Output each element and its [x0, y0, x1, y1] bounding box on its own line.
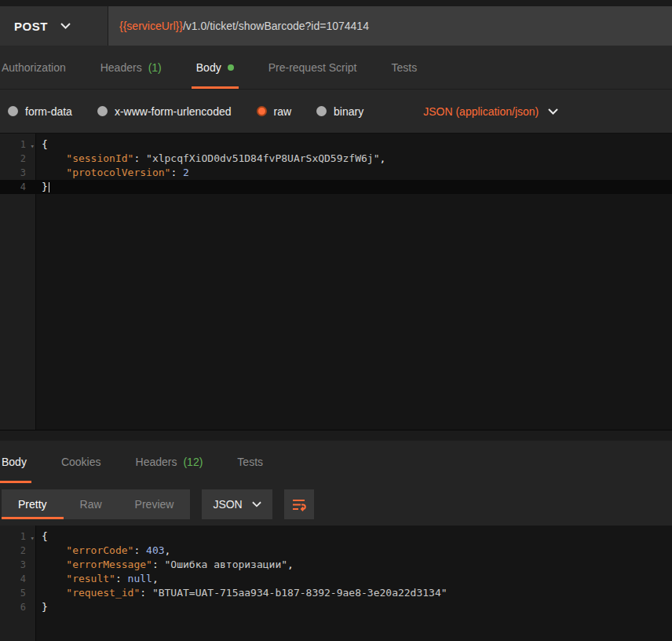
- request-code-lines: 1▾{2 "sessionId": "xlpcqfXiOD0dv51D84fvP…: [0, 134, 672, 194]
- response-code-lines: 1▾{2 "errorCode": 403,3 "errorMessage": …: [0, 526, 672, 614]
- view-preview[interactable]: Preview: [119, 489, 191, 519]
- line-number: 6: [0, 600, 36, 614]
- headers-count-badge: (1): [148, 61, 162, 74]
- body-mode-bar: form-data x-www-form-urlencoded raw bina…: [0, 90, 672, 134]
- view-label: Preview: [135, 498, 174, 511]
- line-number: 3: [0, 166, 36, 180]
- code-line: 3 "protocolVersion": 2: [0, 166, 672, 180]
- code-text: {: [36, 137, 48, 152]
- tab-label: Authorization: [2, 61, 66, 74]
- mode-raw[interactable]: raw: [257, 105, 292, 118]
- tab-tests[interactable]: Tests: [392, 46, 418, 89]
- code-line: 6}: [0, 600, 672, 614]
- response-body-viewer: 1▾{2 "errorCode": 403,3 "errorMessage": …: [0, 526, 672, 641]
- method-dropdown[interactable]: POST: [0, 6, 108, 46]
- active-tab-underline: [192, 86, 239, 89]
- code-text: "sessionId": "xlpcqfXiOD0dv51D84fvP8UArS…: [36, 152, 385, 166]
- radio-selected-icon: [257, 106, 267, 116]
- response-tab-headers[interactable]: Headers (12): [136, 441, 203, 483]
- tab-headers[interactable]: Headers (1): [100, 46, 162, 89]
- code-line: 5 "request_id": "BTUAT=UAT-715aa934-b187…: [0, 586, 672, 600]
- code-text: "request_id": "BTUAT=UAT-715aa934-b187-8…: [36, 586, 447, 600]
- line-number: 1▾: [0, 137, 36, 152]
- chevron-down-icon: [60, 23, 71, 29]
- line-number: 1▾: [0, 529, 36, 544]
- code-text: "errorMessage": "Ошибка авторизации",: [36, 558, 294, 572]
- view-label: Pretty: [18, 498, 47, 511]
- response-tab-cookies[interactable]: Cookies: [61, 441, 101, 483]
- code-text: "result": null,: [36, 572, 159, 586]
- active-view-underline: [2, 517, 64, 519]
- radio-icon: [97, 106, 108, 116]
- code-line: 3 "errorMessage": "Ошибка авторизации",: [0, 558, 672, 572]
- mode-label: x-www-form-urlencoded: [115, 105, 232, 118]
- line-number: 5: [0, 586, 36, 600]
- code-text: {: [36, 529, 48, 544]
- request-url-bar: POST {{serviceUrl}}/v1.0/ticket/showBarc…: [0, 6, 672, 46]
- format-label: JSON: [213, 498, 242, 511]
- mode-binary[interactable]: binary: [316, 105, 363, 118]
- tab-label: Body: [196, 61, 221, 74]
- postman-app: POST {{serviceUrl}}/v1.0/ticket/showBarc…: [0, 0, 672, 641]
- code-line: 1▾{: [0, 137, 672, 152]
- tab-label: Tests: [237, 456, 263, 468]
- mode-form-data[interactable]: form-data: [8, 105, 72, 118]
- view-raw[interactable]: Raw: [64, 489, 119, 519]
- wrap-text-button[interactable]: [284, 489, 314, 519]
- response-toolbar: Pretty Raw Preview JSON: [0, 483, 672, 526]
- body-filled-dot-icon: [228, 64, 234, 71]
- url-variable: {{serviceUrl}}: [119, 20, 183, 32]
- active-tab-underline: [0, 481, 31, 483]
- line-number: 2: [0, 152, 36, 166]
- text-cursor: [49, 182, 49, 192]
- tab-label: Tests: [392, 61, 418, 74]
- headers-count-badge: (12): [183, 456, 203, 468]
- response-tab-tests[interactable]: Tests: [237, 441, 263, 483]
- view-label: Raw: [80, 498, 102, 511]
- tab-label: Body: [2, 456, 27, 468]
- tab-label: Headers: [136, 456, 177, 468]
- line-number: 4: [0, 572, 36, 586]
- pane-splitter[interactable]: [0, 430, 672, 441]
- tab-pre-request-script[interactable]: Pre-request Script: [268, 46, 357, 89]
- url-path: /v1.0/ticket/showBarcode?id=1074414: [183, 20, 369, 32]
- view-pretty[interactable]: Pretty: [2, 489, 64, 519]
- mode-x-www-form-urlencoded[interactable]: x-www-form-urlencoded: [97, 105, 232, 118]
- code-line: 2 "errorCode": 403,: [0, 544, 672, 558]
- wrap-text-icon: [291, 498, 307, 511]
- mode-label: raw: [274, 105, 292, 118]
- request-tabs: Authorization Headers (1) Body Pre-reque…: [0, 46, 672, 90]
- mode-label: binary: [334, 105, 363, 118]
- method-label: POST: [14, 20, 48, 33]
- top-gap: [0, 0, 672, 6]
- code-line: 4}: [0, 180, 672, 194]
- radio-icon: [8, 106, 18, 116]
- chevron-down-icon: [252, 501, 261, 507]
- tab-label: Pre-request Script: [268, 61, 357, 74]
- view-mode-switch: Pretty Raw Preview: [2, 489, 190, 519]
- line-number: 3: [0, 558, 36, 572]
- radio-icon: [316, 106, 327, 116]
- response-tab-body[interactable]: Body: [2, 441, 27, 483]
- code-text: "protocolVersion": 2: [36, 166, 189, 180]
- tab-body[interactable]: Body: [196, 46, 234, 89]
- request-body-editor[interactable]: 1▾{2 "sessionId": "xlpcqfXiOD0dv51D84fvP…: [0, 134, 672, 430]
- code-line: 1▾{: [0, 529, 672, 544]
- chevron-down-icon: [548, 108, 558, 115]
- content-type-dropdown[interactable]: JSON (application/json): [423, 105, 558, 118]
- code-line: 4 "result": null,: [0, 572, 672, 586]
- tab-label: Headers: [100, 61, 142, 74]
- response-format-dropdown[interactable]: JSON: [202, 489, 272, 519]
- code-text: }: [36, 600, 48, 614]
- line-number: 4: [0, 180, 36, 194]
- mode-label: form-data: [25, 105, 72, 118]
- tab-authorization[interactable]: Authorization: [2, 46, 66, 89]
- content-type-label: JSON (application/json): [423, 105, 539, 118]
- code-text: "errorCode": 403,: [36, 544, 170, 558]
- line-number: 2: [0, 544, 36, 558]
- response-tabs: Body Cookies Headers (12) Tests: [0, 441, 672, 483]
- url-input[interactable]: {{serviceUrl}}/v1.0/ticket/showBarcode?i…: [108, 6, 672, 46]
- code-line: 2 "sessionId": "xlpcqfXiOD0dv51D84fvP8UA…: [0, 152, 672, 166]
- code-text: }: [36, 180, 49, 194]
- tab-label: Cookies: [61, 456, 101, 468]
